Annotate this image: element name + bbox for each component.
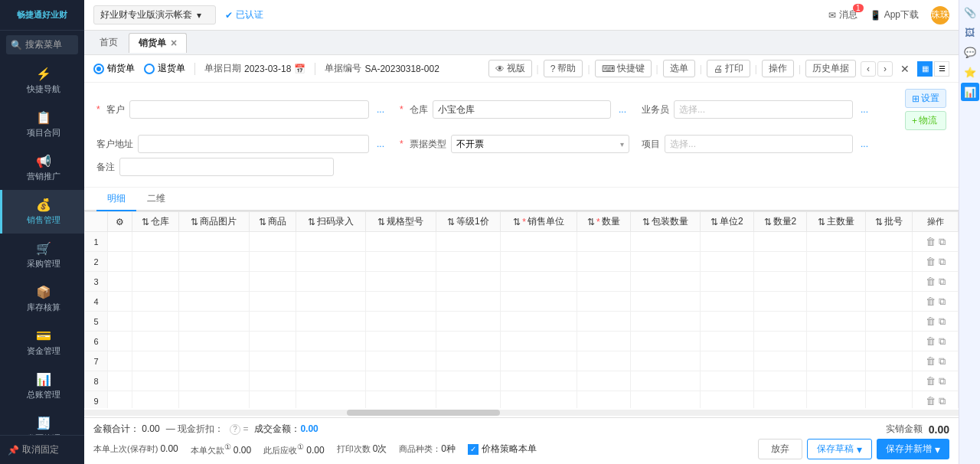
question-icon[interactable]: ?	[230, 424, 240, 435]
row-3-delete-icon[interactable]: 🗑	[926, 276, 936, 288]
row-3-copy-icon[interactable]: ⧉	[939, 276, 946, 288]
row-2-product[interactable]	[249, 252, 296, 272]
row-1-barcode[interactable]	[296, 232, 365, 252]
view-btn[interactable]: 👁 视版	[488, 60, 532, 77]
row-6-copy-icon[interactable]: ⧉	[939, 335, 946, 348]
th-barcode-entry[interactable]: ⇅扫码录入	[296, 212, 365, 232]
salesperson-input[interactable]: 选择...	[674, 100, 853, 119]
operation-btn[interactable]: 操作	[762, 60, 794, 77]
th-main-quantity[interactable]: ⇅主数量	[807, 212, 865, 232]
sidebar-item-marketing[interactable]: 📢 营销推广	[0, 146, 84, 190]
salesperson-more-btn[interactable]: ...	[858, 103, 871, 116]
row-1-grade-price[interactable]	[436, 232, 501, 252]
calendar-icon[interactable]: 📅	[294, 64, 305, 74]
th-product-image[interactable]: ⇅商品图片	[179, 212, 249, 232]
row-1-delete-icon[interactable]: 🗑	[926, 236, 936, 248]
warehouse-input[interactable]: 小宝仓库	[433, 100, 611, 119]
shortcut-btn[interactable]: ⌨ 快捷键	[595, 60, 652, 77]
row-2-pack-qty[interactable]	[630, 252, 700, 272]
right-icon-5[interactable]: 📊	[961, 83, 979, 101]
project-more-btn[interactable]: ...	[858, 137, 871, 151]
row-2-quantity[interactable]	[577, 252, 630, 272]
return-order-radio[interactable]: 退货单	[144, 62, 185, 75]
row-4-copy-icon[interactable]: ⧉	[939, 296, 946, 308]
right-icon-4[interactable]: ⭐	[961, 63, 979, 81]
form-close-button[interactable]: ✕	[897, 61, 913, 77]
row-1-product[interactable]	[249, 232, 296, 252]
th-grade1-price[interactable]: ⇅等级1价	[436, 212, 501, 232]
tab-mingxi[interactable]: 明细	[96, 188, 136, 211]
row-7-delete-icon[interactable]: 🗑	[926, 355, 936, 368]
help-btn[interactable]: ? 帮助	[544, 60, 583, 77]
sidebar-item-inventory[interactable]: 📦 库存核算	[0, 277, 84, 321]
horizontal-scrollbar[interactable]	[84, 410, 959, 416]
warehouse-more-btn[interactable]: ...	[616, 103, 629, 116]
row-9-copy-icon[interactable]: ⧉	[939, 395, 946, 407]
select-btn[interactable]: 选单	[663, 60, 695, 77]
row-1-spec[interactable]	[366, 232, 436, 252]
unpin-button[interactable]: 📌 取消固定	[5, 440, 80, 459]
address-more-btn[interactable]: ...	[374, 137, 387, 151]
row-1-pack-qty[interactable]	[630, 232, 700, 252]
scrollbar-thumb[interactable]	[347, 410, 500, 416]
user-avatar-area[interactable]: 珠珠	[931, 6, 949, 25]
row-9-delete-icon[interactable]: 🗑	[926, 395, 936, 407]
remark-input[interactable]	[119, 158, 334, 176]
right-icon-2[interactable]: 🖼	[961, 23, 979, 41]
sidebar-item-project-contract[interactable]: 📋 项目合同	[0, 103, 84, 146]
row-1-batch[interactable]	[865, 232, 912, 252]
sidebar-item-invoice-mgmt[interactable]: 🧾 发票管理	[0, 408, 84, 435]
history-btn[interactable]: 历史单据	[805, 60, 856, 77]
row-2-product-image[interactable]	[179, 252, 249, 272]
row-2-sales-unit[interactable]	[501, 252, 577, 272]
tab-home[interactable]: 首页	[90, 33, 127, 53]
th-warehouse[interactable]: ⇅仓库	[132, 212, 179, 232]
right-icon-3[interactable]: 💬	[961, 43, 979, 61]
save-draft-button[interactable]: 保存草稿 ▾	[807, 439, 872, 459]
row-1-unit2[interactable]	[700, 232, 753, 252]
save-new-button[interactable]: 保存并新增 ▾	[877, 439, 949, 459]
tab-erwei[interactable]: 二维	[136, 188, 176, 211]
row-2-qty2[interactable]	[753, 252, 807, 272]
row-2-unit2[interactable]	[700, 252, 753, 272]
list-view-btn[interactable]: ☰	[934, 61, 949, 77]
right-icon-1[interactable]: 📎	[961, 3, 979, 21]
row-4-delete-icon[interactable]: 🗑	[926, 296, 936, 308]
project-input[interactable]: 选择...	[665, 135, 853, 153]
app-download-action[interactable]: 📱 App下载	[870, 8, 919, 21]
price-strategy-checkbox[interactable]: ✓ 价格策略本单	[468, 443, 537, 456]
prev-arrow[interactable]: ‹	[861, 61, 876, 77]
th-pack-quantity[interactable]: ⇅包装数量	[630, 212, 700, 232]
row-2-batch[interactable]	[865, 252, 912, 272]
th-batch[interactable]: ⇅批号	[865, 212, 912, 232]
row-1-qty2[interactable]	[753, 232, 807, 252]
row-1-copy-icon[interactable]: ⧉	[939, 236, 946, 248]
sidebar-item-purchase-mgmt[interactable]: 🛒 采购管理	[0, 234, 84, 277]
discard-button[interactable]: 放弃	[758, 439, 802, 459]
row-7-copy-icon[interactable]: ⧉	[939, 355, 946, 368]
row-2-main-qty[interactable]	[807, 252, 865, 272]
row-1-warehouse[interactable]	[132, 232, 179, 252]
row-1-product-image[interactable]	[179, 232, 249, 252]
th-settings[interactable]: ⚙	[108, 212, 132, 232]
row-2-spec[interactable]	[366, 252, 436, 272]
row-5-delete-icon[interactable]: 🗑	[926, 315, 936, 328]
th-sales-unit[interactable]: ⇅*销售单位	[501, 212, 577, 232]
next-arrow[interactable]: ›	[877, 61, 893, 77]
th-product[interactable]: ⇅商品	[249, 212, 296, 232]
set-button[interactable]: ⊞ 设置	[905, 89, 946, 108]
row-2-warehouse[interactable]	[132, 252, 179, 272]
row-2-barcode[interactable]	[296, 252, 365, 272]
row-1-sales-unit[interactable]	[501, 232, 577, 252]
customer-input[interactable]	[129, 100, 369, 119]
th-spec-model[interactable]: ⇅规格型号	[366, 212, 436, 232]
row-2-grade-price[interactable]	[436, 252, 501, 272]
messages-action[interactable]: ✉ 1 消息	[828, 8, 858, 21]
row-8-delete-icon[interactable]: 🗑	[926, 375, 936, 387]
row-2-delete-icon[interactable]: 🗑	[926, 256, 936, 268]
row-6-delete-icon[interactable]: 🗑	[926, 335, 936, 348]
sidebar-item-funds-mgmt[interactable]: 💳 资金管理	[0, 321, 84, 364]
row-5-copy-icon[interactable]: ⧉	[939, 315, 946, 328]
print-btn[interactable]: 🖨 打印	[707, 60, 750, 77]
sidebar-item-sales-mgmt[interactable]: 💰 销售管理	[0, 190, 84, 234]
